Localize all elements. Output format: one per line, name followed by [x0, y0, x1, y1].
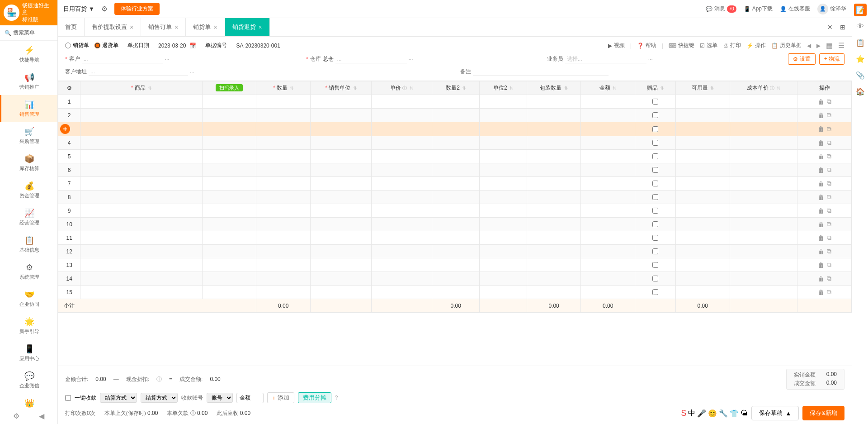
- experience-btn[interactable]: 体验行业方案: [114, 3, 160, 15]
- gift-checkbox[interactable]: [652, 289, 658, 295]
- copy-icon[interactable]: ⧉: [827, 125, 831, 133]
- collapse-btn[interactable]: ◀: [39, 412, 44, 420]
- staff-input[interactable]: [565, 55, 646, 63]
- sidebar-item-purchase[interactable]: 🛒 采购管理: [0, 122, 57, 149]
- sidebar-search[interactable]: 🔍 搜索菜单: [0, 25, 57, 41]
- copy-icon[interactable]: ⧉: [827, 275, 831, 282]
- copy-icon[interactable]: ⧉: [827, 111, 831, 119]
- sort-pack[interactable]: ⇅: [564, 86, 568, 91]
- copy-icon[interactable]: ⧉: [827, 166, 831, 174]
- discount-help[interactable]: ⓘ: [156, 376, 162, 383]
- customer-dots[interactable]: ···: [165, 56, 170, 62]
- tab-home[interactable]: 首页: [58, 18, 85, 36]
- account-select[interactable]: 账号: [207, 393, 233, 403]
- copy-icon[interactable]: ⧉: [827, 180, 831, 187]
- right-sidebar-btn-6[interactable]: 🏠: [854, 85, 867, 98]
- delete-icon[interactable]: 🗑: [818, 153, 824, 160]
- delete-icon[interactable]: 🗑: [818, 234, 824, 242]
- sort-gift[interactable]: ⇅: [660, 86, 664, 91]
- sort-product[interactable]: ⇅: [148, 86, 151, 91]
- delete-icon[interactable]: 🗑: [818, 207, 824, 214]
- customer-input[interactable]: [82, 55, 163, 63]
- copy-icon[interactable]: ⧉: [827, 98, 831, 105]
- calendar-icon[interactable]: 📅: [189, 43, 196, 49]
- toolbar-history[interactable]: 📋 历史单据: [771, 42, 802, 49]
- sidebar-item-basic[interactable]: 📋 基础信息: [0, 231, 57, 258]
- gift-checkbox[interactable]: [652, 221, 658, 227]
- gift-checkbox[interactable]: [652, 276, 658, 281]
- col-scan[interactable]: 扫码录入: [202, 81, 256, 95]
- copy-icon[interactable]: ⧉: [827, 220, 831, 228]
- sidebar-item-sales[interactable]: 📊 销售管理: [0, 95, 57, 122]
- copy-icon[interactable]: ⧉: [827, 288, 831, 296]
- gift-checkbox[interactable]: [652, 235, 658, 241]
- settings-btn[interactable]: ⚙ 设置: [788, 53, 816, 65]
- warehouse-input[interactable]: [335, 55, 407, 63]
- message-btn[interactable]: 💬 消息 70: [706, 5, 736, 13]
- delete-icon[interactable]: 🗑: [818, 275, 824, 282]
- note-input[interactable]: [473, 67, 609, 76]
- app-download-btn[interactable]: 📱 App下载: [744, 5, 773, 13]
- toolbar-print[interactable]: 🖨 打印: [723, 42, 741, 49]
- sort-price[interactable]: ⇅: [410, 86, 413, 91]
- nav-select[interactable]: 日用百货 ▼: [63, 5, 94, 13]
- grid-view-btn[interactable]: ▦: [826, 41, 833, 50]
- sidebar-item-member[interactable]: 👑 畅会员: [0, 394, 57, 408]
- toolbar-operate[interactable]: ⚡ 操作: [746, 42, 766, 49]
- save-draft-btn[interactable]: 保存草稿 ▲: [751, 406, 799, 420]
- address-input[interactable]: [89, 67, 188, 76]
- sidebar-item-finance[interactable]: 💰 资金管理: [0, 176, 57, 204]
- tab-close-sales-return[interactable]: ×: [259, 24, 262, 31]
- gift-checkbox[interactable]: [652, 194, 658, 200]
- add-row-btn[interactable]: +: [60, 124, 70, 134]
- user-menu[interactable]: 👤 徐泽华: [817, 4, 846, 14]
- one-click-payment-checkbox[interactable]: [65, 395, 71, 401]
- radio-sale-return[interactable]: 退货单: [94, 42, 118, 49]
- delete-icon[interactable]: 🗑: [818, 112, 824, 119]
- add-payment-btn[interactable]: + 添加: [267, 392, 294, 403]
- copy-icon[interactable]: ⧉: [827, 234, 831, 242]
- gift-checkbox[interactable]: [652, 262, 658, 268]
- sort-unit[interactable]: ⇅: [353, 86, 357, 91]
- gift-checkbox[interactable]: [652, 167, 658, 173]
- list-view-btn[interactable]: ☰: [838, 41, 844, 50]
- product-input-row3[interactable]: [83, 126, 199, 132]
- sidebar-item-apps[interactable]: 📱 应用中心: [0, 339, 57, 367]
- delete-icon[interactable]: 🗑: [818, 167, 824, 174]
- sidebar-item-marketing[interactable]: 📢 营销推广: [0, 68, 57, 95]
- fee-help[interactable]: ?: [335, 395, 338, 401]
- delete-icon[interactable]: 🗑: [818, 194, 824, 201]
- sidebar-item-system[interactable]: ⚙ 系统管理: [0, 258, 57, 285]
- copy-icon[interactable]: ⧉: [827, 248, 831, 255]
- gift-checkbox[interactable]: [652, 181, 658, 186]
- sidebar-item-guide[interactable]: 🌟 新手引导: [0, 312, 57, 339]
- gift-checkbox[interactable]: [652, 140, 658, 146]
- staff-dots[interactable]: ···: [648, 56, 653, 62]
- sort-qty2[interactable]: ⇅: [462, 86, 466, 91]
- nav-next[interactable]: ▶: [816, 43, 821, 49]
- tab-close-sales-order[interactable]: ×: [175, 24, 178, 31]
- address-dots[interactable]: ···: [190, 69, 194, 75]
- copy-icon[interactable]: ⧉: [827, 193, 831, 201]
- toolbar-help[interactable]: ❓ 帮助: [637, 42, 656, 49]
- tab-sales-delivery[interactable]: 销货单 ×: [186, 18, 225, 36]
- close-tab-btn[interactable]: ✕: [825, 22, 835, 33]
- account-type-select[interactable]: 结算方式: [141, 393, 178, 403]
- warehouse-dots[interactable]: ···: [409, 56, 413, 62]
- tab-sale-price[interactable]: 售价提取设置 ×: [85, 18, 141, 36]
- delete-icon[interactable]: 🗑: [818, 262, 824, 269]
- tab-close-sale-price[interactable]: ×: [130, 24, 133, 31]
- right-sidebar-btn-5[interactable]: 📎: [854, 69, 867, 81]
- delete-icon[interactable]: 🗑: [818, 289, 824, 296]
- delete-icon[interactable]: 🗑: [818, 248, 824, 255]
- sort-amount[interactable]: ⇅: [613, 86, 616, 91]
- sidebar-item-enterprise[interactable]: 🤝 企业协同: [0, 285, 57, 312]
- right-sidebar-btn-3[interactable]: 📋: [854, 36, 867, 49]
- nav-prev[interactable]: ◀: [807, 43, 811, 49]
- scan-btn[interactable]: 扫码录入: [216, 84, 243, 91]
- tab-sales-return[interactable]: 销货退货 ×: [225, 18, 270, 36]
- sort-avail[interactable]: ⇅: [710, 86, 714, 91]
- right-sidebar-btn-2[interactable]: 👁: [854, 20, 867, 33]
- delete-icon[interactable]: 🗑: [818, 180, 824, 187]
- toolbar-shortcuts[interactable]: ⌨ 快捷键: [669, 42, 694, 49]
